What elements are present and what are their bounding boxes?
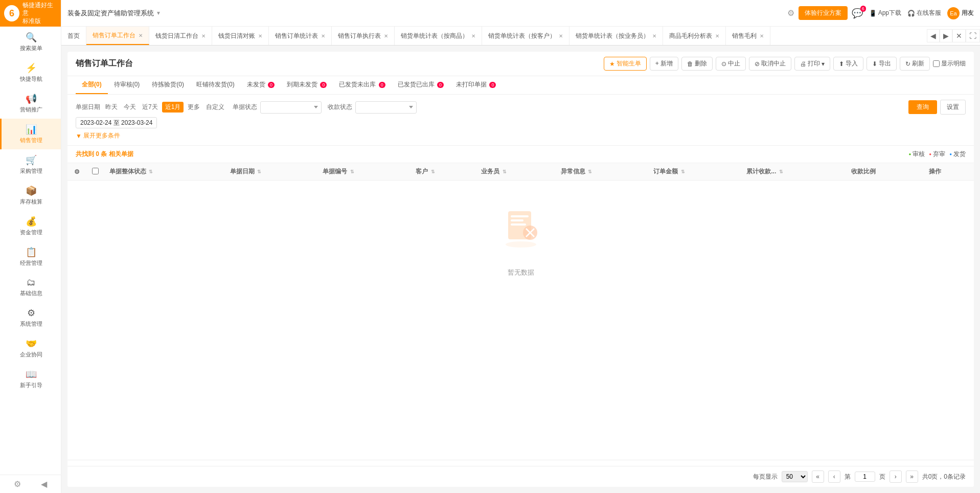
date-more[interactable]: 更多 (186, 102, 202, 113)
tabs-close-all-icon[interactable]: ✕ (952, 29, 966, 42)
expand-filter-btn[interactable]: ▼ 展开更多条件 (76, 131, 966, 140)
tab-home[interactable]: 首页 (61, 27, 86, 45)
payment-select[interactable] (355, 101, 417, 114)
tabs-next-icon[interactable]: ▶ (940, 29, 952, 42)
sidebar-item-cooperation[interactable]: 🤝 企业协同 (0, 333, 61, 364)
close-tab-icon[interactable]: ✕ (715, 33, 719, 39)
date-1month[interactable]: 近1月 (162, 102, 184, 113)
sub-tab-pending-audit[interactable]: 待审核(0) (108, 76, 146, 94)
tab-sales-order-workbench[interactable]: 销售订单工作台 ✕ (86, 27, 149, 45)
sort-icon[interactable]: ⇅ (257, 169, 261, 174)
close-tab-icon[interactable]: ✕ (321, 33, 325, 39)
show-detail-checkbox[interactable] (933, 60, 940, 67)
user-menu[interactable]: Ea 用友 (947, 7, 974, 19)
tab-cash-reconcile[interactable]: 钱货日清对账 ✕ (212, 27, 269, 45)
first-page-btn[interactable]: « (812, 470, 824, 483)
smart-create-btn[interactable]: ★ 智能生单 (604, 57, 647, 71)
empty-text: 暂无数据 (508, 268, 534, 277)
sort-icon[interactable]: ⇅ (149, 169, 153, 174)
sub-tab-shipped-out[interactable]: 已发货已出库 0 (392, 76, 450, 94)
audit-btn[interactable]: 审核 (908, 150, 925, 159)
date-range-input[interactable]: 2023-02-24 至 2023-03-24 (76, 117, 157, 128)
sidebar-item-inventory[interactable]: 📦 库存核算 (0, 180, 61, 211)
sidebar-item-finance[interactable]: 💰 资金管理 (0, 211, 61, 241)
close-tab-icon[interactable]: ✕ (559, 33, 563, 39)
deaudit-btn[interactable]: 弃审 (929, 150, 945, 159)
sidebar-item-purchase[interactable]: 🛒 采购管理 (0, 149, 61, 180)
settings-icon[interactable]: ⚙ (74, 168, 80, 175)
setting-btn[interactable]: 设置 (940, 100, 966, 115)
prev-page-btn[interactable]: ‹ (828, 470, 840, 483)
sort-icon[interactable]: ⇅ (681, 169, 685, 174)
close-tab-icon[interactable]: ✕ (384, 33, 388, 39)
shipped-not-in-badge: 0 (379, 82, 385, 88)
tabs-prev-icon[interactable]: ◀ (927, 29, 940, 42)
export-btn[interactable]: ⬇ 导出 (867, 57, 897, 71)
tab-sales-profit[interactable]: 销售毛利 ✕ (726, 27, 770, 45)
sub-tab-not-shipped[interactable]: 未发货 0 (241, 76, 281, 94)
sidebar-item-search[interactable]: 🔍 搜索菜单 (0, 27, 61, 57)
tab-product-margin[interactable]: 商品毛利分析表 ✕ (663, 27, 726, 45)
page-input[interactable] (855, 472, 875, 482)
close-tab-icon[interactable]: ✕ (471, 33, 475, 39)
print-btn[interactable]: 🖨 打印 ▾ (794, 57, 830, 71)
sort-icon[interactable]: ⇅ (588, 169, 592, 174)
delete-btn[interactable]: 🗑 删除 (681, 57, 713, 71)
sort-icon[interactable]: ⇅ (503, 169, 507, 174)
horizontal-scrollbar[interactable] (67, 460, 974, 466)
gear-icon[interactable]: ⚙ (787, 8, 794, 18)
sub-tab-not-printed[interactable]: 未打印单据 0 (450, 76, 502, 94)
tab-sales-stats-customer[interactable]: 销货单统计表（按客户） ✕ (482, 27, 569, 45)
close-tab-icon[interactable]: ✕ (258, 33, 262, 39)
online-service-link[interactable]: 🎧 在线客服 (907, 9, 941, 17)
date-custom[interactable]: 自定义 (204, 102, 226, 113)
industry-btn[interactable]: 体验行业方案 (799, 6, 848, 20)
last-page-btn[interactable]: » (906, 470, 918, 483)
sub-tab-shipped-not-in[interactable]: 已发货未出库 0 (333, 76, 391, 94)
sidebar-item-marketing[interactable]: 📢 营销推广 (0, 88, 61, 119)
ship-btn[interactable]: 发货 (949, 150, 966, 159)
close-tab-icon[interactable]: ✕ (201, 33, 206, 39)
message-icon[interactable]: 💬 6 (852, 8, 863, 19)
app-download-link[interactable]: 📱 App下载 (869, 9, 901, 17)
refresh-btn[interactable]: ↻ 刷新 (900, 57, 930, 71)
tab-sales-order-stats[interactable]: 销售订单统计表 ✕ (269, 27, 332, 45)
stop-btn[interactable]: ⊙ 中止 (716, 57, 746, 71)
search-btn[interactable]: 查询 (908, 100, 937, 114)
sidebar-item-quick-nav[interactable]: ⚡ 快捷导航 (0, 57, 61, 88)
sidebar-item-basic-info[interactable]: 🗂 基础信息 (0, 272, 61, 302)
tabs-maximize-icon[interactable]: ⛶ (966, 29, 980, 42)
sidebar-item-operations[interactable]: 📋 经营管理 (0, 241, 61, 272)
tab-sales-stats-staff[interactable]: 销货单统计表（按业务员） ✕ (569, 27, 663, 45)
date-yesterday[interactable]: 昨天 (103, 102, 120, 113)
status-select[interactable] (260, 101, 322, 114)
page-size-select[interactable]: 50 20 100 (782, 471, 808, 482)
tab-cash-daily[interactable]: 钱货日清工作台 ✕ (149, 27, 212, 45)
money-icon: 💰 (26, 216, 37, 227)
sub-tab-all[interactable]: 全部(0) (76, 76, 108, 94)
add-btn[interactable]: + 新增 (650, 57, 678, 71)
sort-icon[interactable]: ⇅ (779, 169, 783, 174)
sidebar-item-system[interactable]: ⚙ 系统管理 (0, 302, 61, 333)
import-btn[interactable]: ⬆ 导入 (833, 57, 863, 71)
next-page-btn[interactable]: › (890, 470, 902, 483)
sub-tab-pending-check[interactable]: 待拣验货(0) (146, 76, 190, 94)
sub-tab-overdue[interactable]: 到期未发货 0 (281, 76, 333, 94)
cancel-stop-btn[interactable]: ⊘ 取消中止 (749, 57, 791, 71)
sort-icon[interactable]: ⇅ (431, 169, 435, 174)
sort-icon[interactable]: ⇅ (350, 169, 354, 174)
tab-sales-order-exec[interactable]: 销售订单执行表 ✕ (332, 27, 395, 45)
date-7days[interactable]: 近7天 (140, 102, 160, 113)
sidebar-item-sales[interactable]: 📊 销售管理 (0, 119, 61, 149)
show-detail-label[interactable]: 显示明细 (933, 59, 966, 68)
collapse-icon[interactable]: ◀ (41, 479, 47, 489)
close-tab-icon[interactable]: ✕ (139, 33, 143, 38)
date-today[interactable]: 今天 (122, 102, 138, 113)
sidebar-item-guide[interactable]: 📖 新手引导 (0, 364, 61, 394)
tab-sales-stats-product[interactable]: 销货单统计表（按商品） ✕ (395, 27, 482, 45)
close-tab-icon[interactable]: ✕ (760, 33, 764, 39)
select-all-checkbox[interactable] (92, 168, 99, 174)
close-tab-icon[interactable]: ✕ (652, 33, 656, 39)
settings-icon[interactable]: ⚙ (14, 479, 21, 489)
sub-tab-wangpu-pending[interactable]: 旺铺待发货(0) (190, 76, 241, 94)
